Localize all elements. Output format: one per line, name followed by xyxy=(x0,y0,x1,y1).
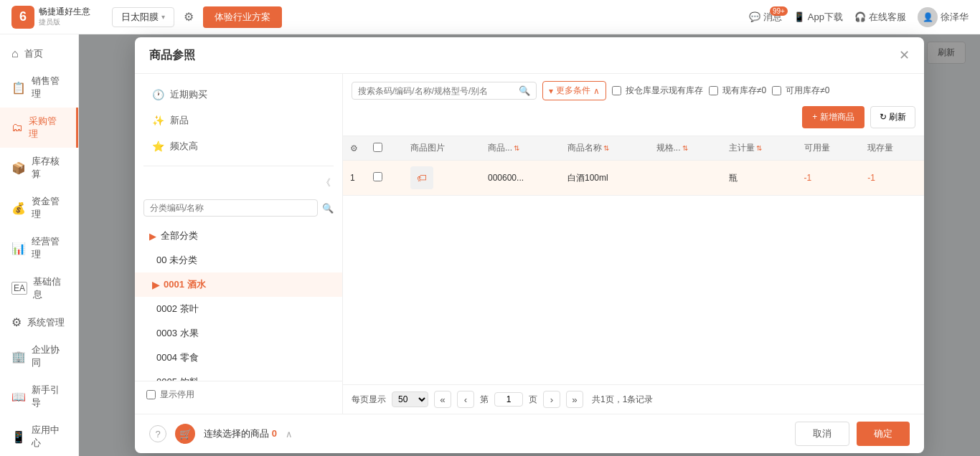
sidebar-item-guide[interactable]: 📖 新手引导 xyxy=(0,376,78,417)
sidebar-label-operation: 经营管理 xyxy=(32,235,67,261)
th-gear: ⚙ xyxy=(343,136,366,161)
product-table: ⚙ 商品图片 商品...⇅ 商品名称⇅ 规格...⇅ xyxy=(343,136,924,196)
row-checkbox[interactable] xyxy=(373,172,382,181)
user-profile[interactable]: 👤 徐泽华 xyxy=(918,7,969,27)
page-input[interactable] xyxy=(494,392,523,407)
footer-right: 取消 确定 xyxy=(795,422,910,446)
sidebar-item-inventory[interactable]: 📦 库存核算 xyxy=(0,148,78,188)
stock-display-label: 按仓库显示现有库存 xyxy=(626,85,703,97)
divider xyxy=(143,166,334,166)
th-img: 商品图片 xyxy=(403,136,481,161)
refresh-btn[interactable]: ↻ 刷新 xyxy=(870,106,915,128)
per-page-select[interactable]: 50 100 200 xyxy=(392,391,428,407)
clock-icon: 🕐 xyxy=(152,89,164,100)
category-search-icon[interactable]: 🔍 xyxy=(322,203,334,214)
filter-label: 更多条件 xyxy=(556,85,590,97)
existing-stock-checkbox[interactable] xyxy=(709,86,718,95)
sidebar-item-app[interactable]: 📱 应用中心 xyxy=(0,417,78,456)
inventory-icon: 📦 xyxy=(11,161,26,175)
stock-display-checkbox[interactable] xyxy=(612,86,621,95)
service-btn[interactable]: 🎧 在线客服 xyxy=(854,11,906,24)
logo: 6 畅捷通好生意 捷员版 xyxy=(11,6,98,29)
sidebar-item-basic[interactable]: EA 基础信息 xyxy=(0,268,78,308)
category-item-0003[interactable]: 0003 水果 xyxy=(135,321,342,346)
finance-icon: 💰 xyxy=(11,201,26,215)
tab-frequent-label: 频次高 xyxy=(170,140,198,153)
confirm-btn[interactable]: 确定 xyxy=(857,422,910,446)
modal-overlay: 商品参照 ✕ 🕐 近期购买 ✨ 新 xyxy=(79,34,980,456)
first-page-btn[interactable]: « xyxy=(434,391,451,408)
category-item-0005[interactable]: 0005 饮料 xyxy=(135,370,342,381)
category-search-input[interactable] xyxy=(143,199,318,217)
existing-stock-checkbox-group: 现有库存≠0 xyxy=(709,85,766,97)
existing-stock-label: 现有库存≠0 xyxy=(722,85,766,97)
sidebar-label-inventory: 库存核算 xyxy=(32,155,67,181)
footer-collapse-btn[interactable]: ∧ xyxy=(286,429,293,440)
category-item-00[interactable]: 00 未分类 xyxy=(135,248,342,272)
show-disabled-row: 显示停用 xyxy=(135,381,342,408)
page-suffix: 页 xyxy=(529,394,537,406)
collapse-panel-btn[interactable]: 《 xyxy=(316,174,336,192)
tab-new-products[interactable]: ✨ 新品 xyxy=(143,108,334,133)
th-checkbox xyxy=(366,136,403,161)
message-badge: 99+ xyxy=(770,6,788,16)
chevron-down-icon: ▾ xyxy=(161,13,165,21)
nav-select[interactable]: 日太阳膜 ▾ xyxy=(112,7,174,27)
sidebar-item-home[interactable]: ⌂ 首页 xyxy=(0,40,78,67)
sidebar-label-corp: 企业协同 xyxy=(32,343,67,369)
cell-code: 000600... xyxy=(481,161,560,196)
next-page-btn[interactable]: › xyxy=(543,391,560,408)
modal-title: 商品参照 xyxy=(149,48,195,63)
help-btn[interactable]: ? xyxy=(149,425,166,442)
category-item-all[interactable]: ▶ 全部分类 xyxy=(135,224,342,248)
tab-frequent[interactable]: ⭐ 频次高 xyxy=(143,134,334,158)
username: 徐泽华 xyxy=(941,11,969,24)
nav-select-label: 日太阳膜 xyxy=(121,11,159,24)
tab-recent-purchase[interactable]: 🕐 近期购买 xyxy=(143,82,334,107)
settings-icon[interactable]: ⚙ xyxy=(177,6,200,29)
cell-name: 白酒100ml xyxy=(560,161,649,196)
sidebar-item-sales[interactable]: 📋 销售管理 xyxy=(0,67,78,108)
tab-recent-label: 近期购买 xyxy=(170,88,207,101)
app-download-btn[interactable]: 📱 App下载 xyxy=(793,11,843,24)
product-table-wrapper: ⚙ 商品图片 商品...⇅ 商品名称⇅ 规格...⇅ xyxy=(343,136,924,384)
logo-sub: 捷员版 xyxy=(39,17,90,27)
add-product-btn[interactable]: + 新增商品 xyxy=(802,106,864,128)
sidebar-label-home: 首页 xyxy=(24,47,43,60)
modal-close-icon[interactable]: ✕ xyxy=(899,47,910,63)
sidebar-item-operation[interactable]: 📊 经营管理 xyxy=(0,228,78,268)
show-disabled-checkbox[interactable] xyxy=(146,390,156,399)
select-all-checkbox[interactable] xyxy=(373,143,382,152)
system-icon: ⚙ xyxy=(11,315,22,329)
category-item-0004[interactable]: 0004 零食 xyxy=(135,346,342,370)
exp-btn[interactable]: 体验行业方案 xyxy=(203,6,282,28)
stock-display-checkbox-group: 按仓库显示现有库存 xyxy=(612,85,703,97)
headset-icon: 🎧 xyxy=(854,11,866,22)
sidebar-item-finance[interactable]: 💰 资金管理 xyxy=(0,188,78,228)
cart-btn[interactable]: 🛒 xyxy=(175,424,195,444)
available-stock-checkbox[interactable] xyxy=(772,86,781,95)
sidebar: ⌂ 首页 📋 销售管理 🗂 采购管理 📦 库存核算 💰 资金管理 📊 经营管理 … xyxy=(0,34,79,456)
avatar: 👤 xyxy=(918,7,938,27)
prev-page-btn[interactable]: ‹ xyxy=(457,391,474,408)
last-page-btn[interactable]: » xyxy=(566,391,583,408)
sidebar-item-purchase[interactable]: 🗂 采购管理 xyxy=(0,108,78,148)
th-unit: 主计量⇅ xyxy=(722,136,797,161)
category-item-0001[interactable]: ▶ 0001 酒水 xyxy=(135,272,342,297)
th-name: 商品名称⇅ xyxy=(560,136,649,161)
mobile-icon: 📱 xyxy=(793,11,805,22)
table-row[interactable]: 1 🏷 000600... 白酒100ml xyxy=(343,161,924,196)
sidebar-item-system[interactable]: ⚙ 系统管理 xyxy=(0,308,78,336)
toolbar-right: + 新增商品 ↻ 刷新 xyxy=(802,106,915,128)
gear-settings-icon[interactable]: ⚙ xyxy=(350,143,358,153)
sidebar-item-corp[interactable]: 🏢 企业协同 xyxy=(0,336,78,376)
search-icon[interactable]: 🔍 xyxy=(519,85,530,96)
product-search-input[interactable] xyxy=(358,86,516,96)
category-item-0002[interactable]: 0002 茶叶 xyxy=(135,297,342,321)
cancel-btn[interactable]: 取消 xyxy=(795,422,849,446)
basic-icon: EA xyxy=(11,282,27,295)
message-btn[interactable]: 💬 消息 99+ xyxy=(749,11,782,24)
topbar-right: 💬 消息 99+ 📱 App下载 🎧 在线客服 👤 徐泽华 xyxy=(749,7,969,27)
sidebar-label-finance: 资金管理 xyxy=(32,195,67,221)
filter-btn[interactable]: ▾ 更多条件 ∧ xyxy=(542,81,606,100)
